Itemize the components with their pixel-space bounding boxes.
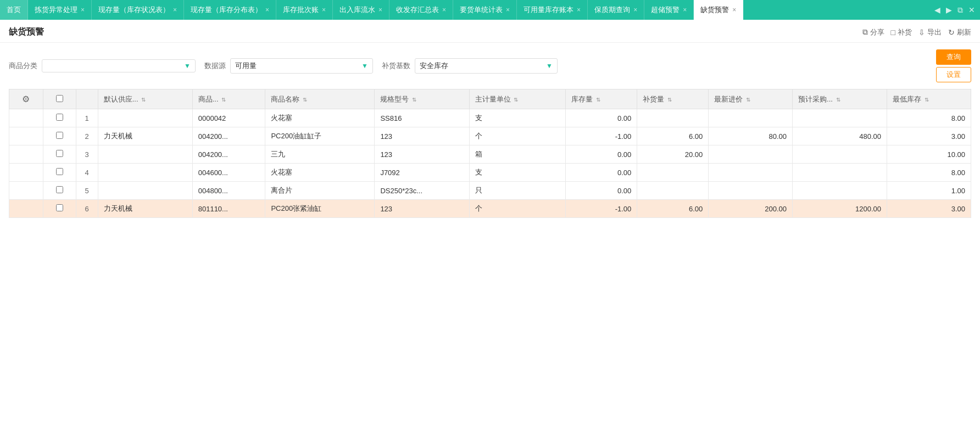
share-button[interactable]: ⧉ 分享 xyxy=(862,27,884,37)
col-expected-purchase[interactable]: 预计采购... ⇅ xyxy=(793,89,887,109)
col-checkbox-all[interactable] xyxy=(43,89,76,109)
replenish-icon: □ xyxy=(891,28,895,37)
col-stock[interactable]: 库存量 ⇅ xyxy=(566,89,637,109)
row-checkbox-cell[interactable] xyxy=(43,109,76,127)
datasource-dropdown-arrow: ▼ xyxy=(361,62,368,70)
row-number: 4 xyxy=(76,164,98,182)
col-min-stock[interactable]: 最低库存 ⇅ xyxy=(887,89,971,109)
row-gear[interactable] xyxy=(9,109,43,127)
row-number: 3 xyxy=(76,145,98,164)
tab-expiry-query[interactable]: 保质期查询 × xyxy=(588,0,644,20)
close-tab-available-ledger[interactable]: × xyxy=(577,6,581,14)
row-checkbox-cell[interactable] xyxy=(43,182,76,200)
col-latest-price[interactable]: 最新进价 ⇅ xyxy=(709,89,793,109)
row-min-stock: 1.00 xyxy=(887,182,971,200)
datasource-select[interactable]: 可用量 ▼ xyxy=(230,58,373,74)
tab-inventory-status[interactable]: 现存量（库存状况表） × xyxy=(92,0,184,20)
row-gear[interactable] xyxy=(9,200,43,218)
close-tab-inout-flow[interactable]: × xyxy=(378,6,382,14)
tab-shortage[interactable]: 缺货预警 × xyxy=(694,0,743,20)
row-checkbox[interactable] xyxy=(56,186,63,193)
close-tab-batch-account[interactable]: × xyxy=(322,6,326,14)
row-checkbox-cell[interactable] xyxy=(43,200,76,218)
tab-scroll-right[interactable]: ▶ xyxy=(943,4,955,15)
refresh-button[interactable]: ↻ 刷新 xyxy=(948,27,971,37)
tab-maximize[interactable]: ⧉ xyxy=(955,4,966,16)
category-select[interactable]: ▼ xyxy=(42,59,196,72)
export-icon: ⇩ xyxy=(918,28,925,37)
row-checkbox-cell[interactable] xyxy=(43,127,76,145)
header-actions: ⧉ 分享 □ 补货 ⇩ 导出 ↻ 刷新 xyxy=(862,27,971,37)
tab-scroll-left[interactable]: ◀ xyxy=(932,4,943,15)
table-container: ⚙ 默认供应... ⇅ 商品... ⇅ 商品名称 ⇅ xyxy=(0,89,980,218)
sort-supplier-icon: ⇅ xyxy=(141,97,146,103)
row-spec: 123 xyxy=(375,145,469,164)
row-unit: 个 xyxy=(469,200,566,218)
close-tab-defect-abnormal[interactable]: × xyxy=(81,6,85,14)
row-min-stock: 10.00 xyxy=(887,145,971,164)
filter-replenish-basis: 补货基数 安全库存 ▼ xyxy=(382,58,558,74)
tab-order-stats[interactable]: 要货单统计表 × xyxy=(453,0,517,20)
col-supplier[interactable]: 默认供应... ⇅ xyxy=(98,89,192,109)
replenish-basis-dropdown-arrow: ▼ xyxy=(546,62,553,70)
row-gear[interactable] xyxy=(9,127,43,145)
tab-inventory-dist[interactable]: 现存量（库存分布表） × xyxy=(184,0,276,20)
row-spec: SS816 xyxy=(375,109,469,127)
row-unit: 只 xyxy=(469,182,566,200)
sort-unit-icon: ⇅ xyxy=(514,97,518,103)
query-button[interactable]: 查询 xyxy=(936,49,971,65)
col-code[interactable]: 商品... ⇅ xyxy=(192,89,265,109)
col-replenish-qty[interactable]: 补货量 ⇅ xyxy=(637,89,709,109)
setting-button[interactable]: 设置 xyxy=(936,67,971,82)
row-number: 6 xyxy=(76,200,98,218)
tab-defect-abnormal[interactable]: 拣货异常处理 × xyxy=(28,0,92,20)
row-gear[interactable] xyxy=(9,145,43,164)
row-replenish-qty: 20.00 xyxy=(637,145,709,164)
close-tab-shortage[interactable]: × xyxy=(732,6,736,14)
row-checkbox-cell[interactable] xyxy=(43,164,76,182)
row-code: 0000042 xyxy=(192,109,265,127)
tab-receive-summary[interactable]: 收发存汇总表 × xyxy=(389,0,453,20)
row-stock: 0.00 xyxy=(566,182,637,200)
sort-spec-icon: ⇅ xyxy=(412,97,416,103)
row-checkbox[interactable] xyxy=(56,150,63,157)
row-expected-purchase: 480.00 xyxy=(793,127,887,145)
table-header-row: ⚙ 默认供应... ⇅ 商品... ⇅ 商品名称 ⇅ xyxy=(9,89,971,109)
select-all-checkbox[interactable] xyxy=(56,95,63,102)
close-tab-expiry-query[interactable]: × xyxy=(633,6,637,14)
row-gear[interactable] xyxy=(9,164,43,182)
col-unit[interactable]: 主计量单位 ⇅ xyxy=(469,89,566,109)
export-button[interactable]: ⇩ 导出 xyxy=(918,27,942,37)
tab-nav-controls: ◀ ▶ ⧉ ✕ xyxy=(929,4,980,16)
table-row: 3 004200... 三九 123 箱 0.00 20.00 10.00 xyxy=(9,145,971,164)
tab-close-all[interactable]: ✕ xyxy=(966,4,978,15)
main-table: ⚙ 默认供应... ⇅ 商品... ⇅ 商品名称 ⇅ xyxy=(9,89,971,218)
row-checkbox[interactable] xyxy=(56,114,63,121)
tab-inout-flow[interactable]: 出入库流水 × xyxy=(333,0,389,20)
tab-overstock[interactable]: 超储预警 × xyxy=(644,0,694,20)
row-stock: 0.00 xyxy=(566,164,637,182)
close-tab-receive-summary[interactable]: × xyxy=(442,6,446,14)
row-unit: 个 xyxy=(469,127,566,145)
table-row: 5 004800... 离合片 DS250*23c... 只 0.00 1.00 xyxy=(9,182,971,200)
row-checkbox[interactable] xyxy=(56,204,63,211)
tab-available-ledger[interactable]: 可用量库存账本 × xyxy=(517,0,588,20)
row-code: 004800... xyxy=(192,182,265,200)
replenish-basis-select[interactable]: 安全库存 ▼ xyxy=(415,58,558,74)
tab-batch-account[interactable]: 库存批次账 × xyxy=(276,0,333,20)
row-checkbox[interactable] xyxy=(56,132,63,139)
close-tab-overstock[interactable]: × xyxy=(683,6,687,14)
replenish-button[interactable]: □ 补货 xyxy=(891,27,912,37)
col-spec[interactable]: 规格型号 ⇅ xyxy=(375,89,469,109)
col-gear[interactable]: ⚙ xyxy=(9,89,43,109)
share-icon: ⧉ xyxy=(862,27,868,37)
row-checkbox[interactable] xyxy=(56,168,63,175)
col-name[interactable]: 商品名称 ⇅ xyxy=(265,89,375,109)
close-tab-inventory-status[interactable]: × xyxy=(173,6,177,14)
row-checkbox-cell[interactable] xyxy=(43,145,76,164)
row-gear[interactable] xyxy=(9,182,43,200)
row-replenish-qty: 6.00 xyxy=(637,127,709,145)
tab-home[interactable]: 首页 xyxy=(0,0,28,20)
close-tab-order-stats[interactable]: × xyxy=(506,6,510,14)
close-tab-inventory-dist[interactable]: × xyxy=(265,6,269,14)
